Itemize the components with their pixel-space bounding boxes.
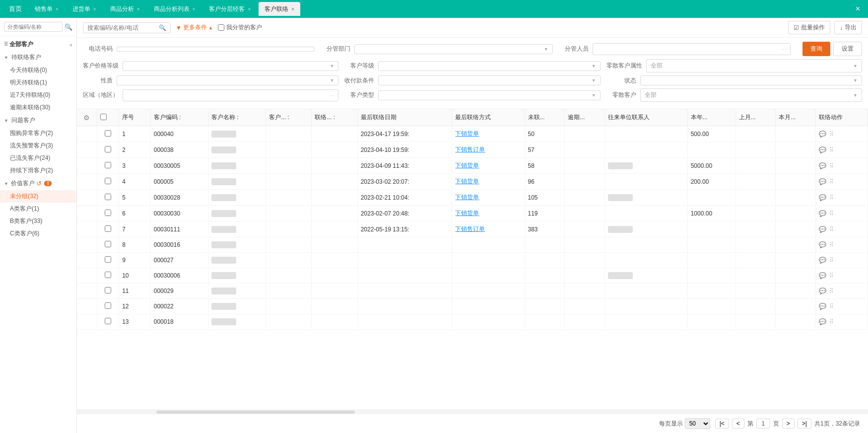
sidebar-item-ungrouped[interactable]: 未分组(32) [0, 190, 76, 203]
prev-page-button[interactable]: < [732, 419, 744, 429]
col-checkbox[interactable] [97, 109, 119, 126]
grid-icon[interactable]: ⠿ [829, 194, 834, 201]
horizontal-scrollbar[interactable] [77, 410, 868, 414]
cell-checkbox[interactable] [97, 158, 119, 174]
sidebar-item-class-c[interactable]: C类客户(6) [0, 227, 76, 240]
cell-checkbox[interactable] [97, 237, 119, 253]
filter-retail-attr-select[interactable]: 全部▼ [646, 59, 862, 72]
col-last-month[interactable]: 上月... [735, 109, 776, 126]
filter-customer-type-select[interactable]: ▼ [378, 90, 600, 100]
all-customers-header[interactable]: ⠿全部客户 « [0, 36, 76, 51]
cell-checkbox[interactable] [97, 268, 119, 284]
nav-tab-analysis[interactable]: 商品分析 × [104, 2, 146, 16]
close-icon[interactable]: × [193, 6, 196, 12]
sidebar-item-overdue[interactable]: 逾期未联络(30) [0, 101, 76, 114]
message-icon[interactable]: 💬 [819, 146, 826, 153]
my-customers-checkbox[interactable]: 我分管的客户 [218, 23, 262, 32]
col-unliaison[interactable]: 未联... [525, 109, 565, 126]
nav-tab-sales[interactable]: 销售单 × [29, 2, 65, 16]
grid-icon[interactable]: ⠿ [829, 241, 834, 248]
next-page-button[interactable]: > [782, 419, 795, 429]
filter-dept-select[interactable]: ▼ [354, 44, 552, 54]
grid-icon[interactable]: ⠿ [829, 272, 834, 279]
grid-icon[interactable]: ⠿ [829, 226, 834, 233]
close-icon[interactable]: × [248, 6, 251, 12]
cell-checkbox[interactable] [97, 126, 119, 142]
scrollbar-thumb[interactable] [156, 411, 355, 414]
cell-checkbox[interactable] [97, 221, 119, 237]
filter-search-icon[interactable]: 🔍 [159, 24, 166, 31]
my-customers-check[interactable] [218, 24, 224, 31]
nav-home[interactable]: 首页 [4, 2, 27, 16]
reset-button[interactable]: 设置 [833, 42, 862, 56]
grid-icon[interactable]: ⠿ [829, 257, 834, 264]
search-button[interactable]: 查询 [802, 42, 830, 56]
row-checkbox[interactable] [105, 130, 111, 137]
message-icon[interactable]: 💬 [819, 131, 826, 138]
last-way-link[interactable]: 下销售订单 [455, 225, 485, 232]
row-checkbox[interactable] [105, 225, 111, 232]
sidebar-group-value[interactable]: ▼ 价值客户 ↺ 8 [0, 177, 76, 190]
message-icon[interactable]: 💬 [819, 288, 826, 294]
filter-retail-select[interactable]: 全部▼ [640, 88, 862, 102]
cell-checkbox[interactable] [97, 284, 119, 299]
last-way-link[interactable]: 下销售订单 [455, 146, 485, 153]
grid-icon[interactable]: ⠿ [829, 131, 834, 138]
grid-icon[interactable]: ⠿ [829, 146, 834, 153]
cell-checkbox[interactable] [97, 174, 119, 190]
sidebar-item-class-b[interactable]: B类客户(33) [0, 215, 76, 227]
col-settings[interactable]: ⚙ [77, 109, 97, 126]
collapse-icon[interactable]: « [69, 42, 72, 48]
filter-region-input[interactable]: ··· [123, 89, 338, 101]
grid-icon[interactable]: ⠿ [829, 162, 834, 169]
sidebar-search-icon[interactable]: 🔍 [65, 23, 72, 31]
last-way-link[interactable]: 下销货单 [455, 162, 479, 169]
filter-phone-input[interactable] [117, 47, 315, 52]
row-checkbox[interactable] [105, 287, 111, 293]
cell-checkbox[interactable] [97, 190, 119, 206]
filter-payment-select[interactable]: ▼ [378, 75, 600, 85]
filter-status-select[interactable]: ▼ [640, 75, 862, 85]
sidebar-item-declining[interactable]: 持续下滑客户(2) [0, 164, 76, 177]
filter-search-input[interactable] [87, 24, 157, 31]
cell-checkbox[interactable] [97, 142, 119, 158]
message-icon[interactable]: 💬 [819, 241, 826, 248]
window-close-icon[interactable]: × [852, 4, 864, 13]
message-icon[interactable]: 💬 [819, 210, 826, 217]
message-icon[interactable]: 💬 [819, 178, 826, 185]
select-all-checkbox[interactable] [100, 114, 107, 120]
row-checkbox[interactable] [105, 178, 111, 184]
filter-more-conditions[interactable]: ▼ 更多条件 ▲ [176, 23, 213, 32]
row-checkbox[interactable] [105, 272, 111, 278]
message-icon[interactable]: 💬 [819, 194, 826, 201]
sidebar-item-today[interactable]: 今天待联络(0) [0, 64, 76, 76]
filter-person-input[interactable]: ··· [593, 43, 791, 55]
grid-icon[interactable]: ⠿ [829, 178, 834, 185]
filter-search-box[interactable]: 🔍 [83, 22, 171, 33]
last-way-link[interactable]: 下销货单 [455, 130, 479, 137]
col-last-way[interactable]: 最后联络方式 [452, 109, 525, 126]
row-checkbox[interactable] [105, 318, 111, 324]
message-icon[interactable]: 💬 [819, 272, 826, 279]
grid-icon[interactable]: ⠿ [829, 210, 834, 217]
nav-tab-purchase[interactable]: 进货单 × [67, 2, 102, 16]
message-icon[interactable]: 💬 [819, 226, 826, 233]
col-this-month[interactable]: 本月... [776, 109, 816, 126]
row-checkbox[interactable] [105, 302, 111, 309]
first-page-button[interactable]: |< [715, 419, 729, 429]
row-checkbox[interactable] [105, 146, 111, 152]
col-last-date[interactable]: 最后联络日期 [357, 109, 452, 126]
sidebar-item-churned[interactable]: 已流失客户(24) [0, 152, 76, 164]
message-icon[interactable]: 💬 [819, 303, 826, 310]
sidebar-item-7days[interactable]: 近7天待联络(0) [0, 89, 76, 101]
close-icon[interactable]: × [93, 6, 96, 12]
grid-icon[interactable]: ⠿ [829, 288, 834, 294]
col-overdue[interactable]: 逾期... [565, 109, 605, 126]
last-way-link[interactable]: 下销货单 [455, 194, 479, 201]
filter-nature-select[interactable]: ▼ [117, 75, 338, 85]
cell-checkbox[interactable] [97, 253, 119, 268]
col-year-amt[interactable]: 本年... [687, 109, 735, 126]
refresh-icon[interactable]: ↺ [36, 180, 42, 187]
row-checkbox[interactable] [105, 210, 111, 216]
row-checkbox[interactable] [105, 256, 111, 263]
